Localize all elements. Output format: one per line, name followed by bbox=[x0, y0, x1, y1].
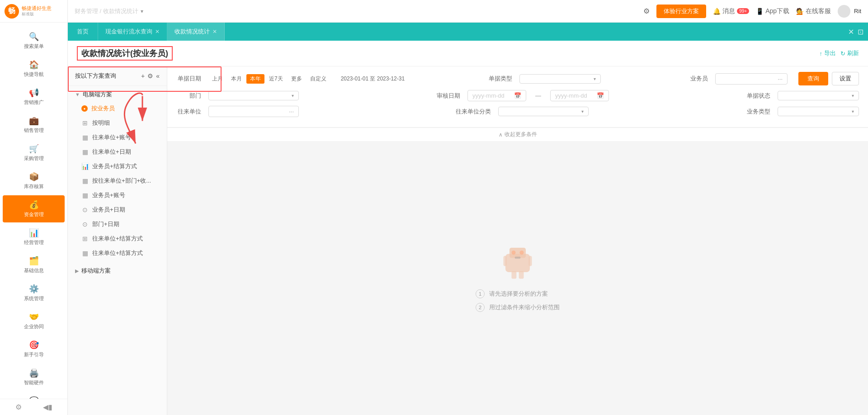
query-button[interactable]: 查询 bbox=[798, 72, 828, 85]
basic-icon: 🗂️ bbox=[29, 256, 39, 266]
left-panel-header: 按以下方案查询 + ⚙ « bbox=[68, 66, 167, 86]
scheme-unit-settle2[interactable]: ▦ 往来单位+结算方式 bbox=[68, 246, 167, 260]
svg-rect-7 bbox=[512, 271, 517, 278]
pc-scheme-group-header[interactable]: ▼ 电脑端方案 bbox=[68, 88, 167, 101]
add-scheme-btn[interactable]: + bbox=[141, 72, 145, 80]
demo-button[interactable]: 体验行业方案 bbox=[656, 5, 706, 18]
scheme-by-detail[interactable]: ⊞ 按明细 bbox=[68, 116, 167, 130]
tab-bank-flow[interactable]: 现金银行流水查询 ✕ bbox=[98, 23, 167, 41]
doc-status-label: 单据状态 bbox=[745, 92, 770, 100]
date-label: 单据日期 bbox=[176, 75, 201, 83]
sidebar-label-search: 搜索菜单 bbox=[24, 43, 44, 50]
service-icon: 💁 bbox=[796, 8, 804, 15]
message-badge: 99+ bbox=[737, 8, 749, 14]
panel-collapse-btn[interactable]: « bbox=[156, 72, 160, 80]
maximize-btn[interactable]: ⊡ bbox=[858, 28, 863, 36]
doc-status-select[interactable]: ▾ bbox=[778, 91, 859, 100]
svg-rect-4 bbox=[515, 257, 521, 259]
sidebar-item-hardware[interactable]: 🖨️ 智能硬件 bbox=[3, 363, 65, 391]
online-service-button[interactable]: 💁 在线客服 bbox=[796, 7, 831, 15]
date-tab-this-year[interactable]: 本年 bbox=[246, 74, 264, 84]
sidebar-item-enterprise[interactable]: 🤝 企业协同 bbox=[3, 307, 65, 335]
scheme-salesperson-account[interactable]: ▦ 业务员+账号 bbox=[68, 188, 167, 203]
scheme-by-salesperson[interactable]: ● 按业务员 bbox=[68, 101, 167, 116]
export-icon: ↑ bbox=[820, 50, 823, 57]
date-tab-custom[interactable]: 自定义 bbox=[307, 74, 330, 84]
mobile-scheme-group-header[interactable]: ▶ 移动端方案 bbox=[68, 264, 167, 278]
tab-receipt-stats[interactable]: 收款情况统计 ✕ bbox=[167, 23, 225, 41]
scheme-unit-settle1[interactable]: ⊞ 往来单位+结算方式 bbox=[68, 231, 167, 246]
dept-select[interactable]: ▾ bbox=[208, 91, 299, 100]
export-button[interactable]: ↑ 导出 bbox=[820, 49, 836, 57]
logo-name: 畅捷通好生意 bbox=[22, 5, 52, 11]
sidebar-label-inventory: 库存核算 bbox=[24, 183, 44, 190]
close-window-btn[interactable]: ✕ bbox=[848, 28, 854, 36]
collapse-bar[interactable]: ∧ 收起更多条件 bbox=[167, 127, 868, 141]
sidebar-nav: 🔍 搜索菜单 🏠 快捷导航 📢 营销推广 💼 销售管理 🛒 采购管理 📦 bbox=[0, 23, 67, 399]
sidebar-item-purchase[interactable]: 🛒 采购管理 bbox=[3, 139, 65, 166]
topbar-gear-icon[interactable]: ⚙ bbox=[643, 7, 650, 15]
date-tab-7days[interactable]: 近7天 bbox=[265, 74, 287, 84]
detail-scheme-icon: ⊞ bbox=[81, 119, 89, 127]
scheme-unit-account[interactable]: ▦ 往来单位+账号 bbox=[68, 130, 167, 145]
breadcrumb-expand-icon[interactable]: ▾ bbox=[141, 8, 143, 14]
footer-collapse-btn[interactable]: ◀▮ bbox=[43, 403, 52, 411]
salesperson-date-icon: ⊙ bbox=[81, 206, 89, 213]
svg-rect-6 bbox=[528, 256, 532, 266]
tab-receipt-stats-close[interactable]: ✕ bbox=[212, 28, 217, 35]
mobile-scheme-group: ▶ 移动端方案 bbox=[68, 262, 167, 279]
refresh-button[interactable]: ↻ 刷新 bbox=[840, 49, 859, 57]
unit-category-select[interactable]: ▾ bbox=[498, 107, 589, 116]
review-date-start[interactable]: yyyy-mm-dd 📅 bbox=[467, 90, 526, 101]
tab-bank-flow-close[interactable]: ✕ bbox=[155, 28, 160, 35]
sidebar-label-guide: 新手引导 bbox=[24, 351, 44, 358]
message-button[interactable]: 🔔 消息 99+ bbox=[713, 7, 749, 15]
sidebar-item-wechat[interactable]: 💬 企业微信 bbox=[3, 391, 65, 399]
biz-type-select[interactable]: ▾ bbox=[778, 107, 859, 116]
settings-button[interactable]: 设置 bbox=[832, 72, 859, 85]
sidebar-item-inventory[interactable]: 📦 库存核算 bbox=[3, 167, 65, 194]
scheme-dept-date[interactable]: ⊙ 部门+日期 bbox=[68, 217, 167, 231]
window-buttons: ✕ ⊡ bbox=[844, 23, 868, 41]
tab-receipt-stats-label: 收款情况统计 bbox=[175, 28, 210, 36]
calendar-end-icon[interactable]: 📅 bbox=[597, 92, 604, 99]
salesperson-more-icon[interactable]: ··· bbox=[778, 75, 783, 82]
sidebar-item-search[interactable]: 🔍 搜索菜单 bbox=[3, 27, 65, 54]
scheme-salesperson-settle[interactable]: 📊 业务员+结算方式 bbox=[68, 159, 167, 174]
unit-dept-icon: ▦ bbox=[81, 177, 89, 184]
tab-home[interactable]: 首页 bbox=[68, 23, 98, 41]
footer-settings-btn[interactable]: ⚙ bbox=[15, 403, 22, 411]
scheme-unit-dept[interactable]: ▦ 按往来单位+部门+收... bbox=[68, 174, 167, 188]
logo-icon: 畅 bbox=[5, 4, 19, 19]
message-label: 消息 bbox=[722, 7, 735, 15]
sidebar-item-guide[interactable]: 🎯 新手引导 bbox=[3, 335, 65, 363]
unit-input[interactable]: ··· bbox=[208, 106, 299, 117]
scheme-salesperson-date[interactable]: ⊙ 业务员+日期 bbox=[68, 203, 167, 217]
sidebar-item-finance[interactable]: 💰 资金管理 bbox=[3, 195, 65, 222]
sidebar-item-basic[interactable]: 🗂️ 基础信息 bbox=[3, 251, 65, 278]
scheme-unit-date[interactable]: ▦ 往来单位+日期 bbox=[68, 145, 167, 159]
sidebar-item-quick-nav[interactable]: 🏠 快捷导航 bbox=[3, 55, 65, 82]
main-content: 财务管理 / 收款情况统计 ▾ ⚙ 体验行业方案 🔔 消息 99+ 📱 App下… bbox=[68, 0, 868, 415]
calendar-start-icon[interactable]: 📅 bbox=[514, 92, 521, 99]
date-tab-more[interactable]: 更多 bbox=[288, 74, 306, 84]
pc-scheme-label: 电脑端方案 bbox=[83, 90, 112, 99]
date-tab-this-month[interactable]: 本月 bbox=[227, 74, 245, 84]
review-date-end[interactable]: yyyy-mm-dd 📅 bbox=[550, 90, 609, 101]
scheme-settings-btn[interactable]: ⚙ bbox=[147, 72, 153, 80]
scheme-unit-dept-label: 按往来单位+部门+收... bbox=[92, 177, 151, 185]
inventory-icon: 📦 bbox=[29, 172, 39, 182]
sidebar-item-sales[interactable]: 💼 销售管理 bbox=[3, 111, 65, 138]
refresh-icon: ↻ bbox=[840, 50, 845, 57]
operation-icon: 📊 bbox=[29, 228, 39, 238]
sidebar-item-operation[interactable]: 📊 经营管理 bbox=[3, 223, 65, 250]
app-download-icon: 📱 bbox=[756, 8, 764, 15]
date-separator: — bbox=[533, 92, 543, 99]
sidebar-item-marketing[interactable]: 📢 营销推广 bbox=[3, 83, 65, 110]
date-tab-last-month[interactable]: 上月 bbox=[208, 74, 226, 84]
salesperson-input[interactable]: ··· bbox=[715, 73, 788, 85]
app-download-button[interactable]: 📱 App下载 bbox=[756, 7, 789, 15]
sidebar-item-system[interactable]: ⚙️ 系统管理 bbox=[3, 279, 65, 307]
doc-type-select[interactable]: ▾ bbox=[519, 74, 601, 84]
unit-more-icon[interactable]: ··· bbox=[289, 108, 294, 115]
